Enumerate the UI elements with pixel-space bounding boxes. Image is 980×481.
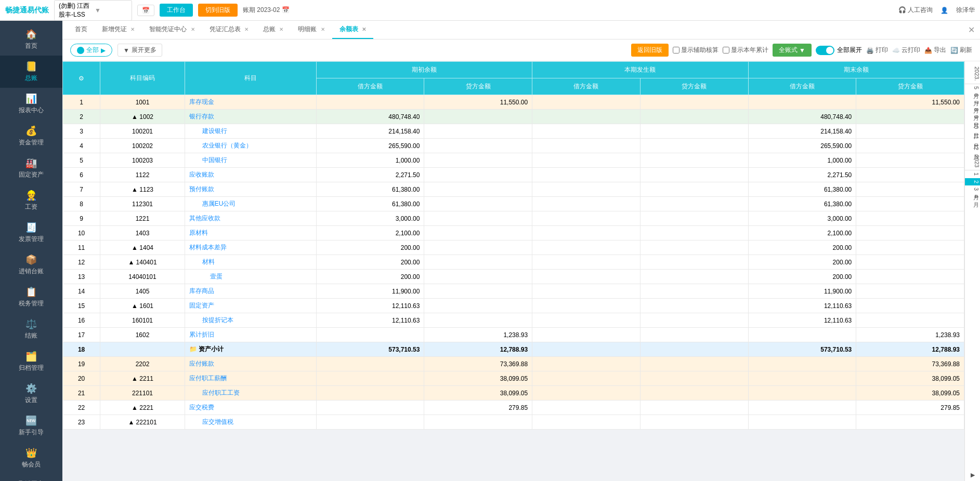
switch-old-btn[interactable]: 切到旧版: [198, 4, 238, 17]
sidebar-item-invoice[interactable]: 🧾 发票管理: [0, 217, 62, 249]
tab-close-general-ledger[interactable]: ✕: [279, 26, 283, 32]
tab-bar-close-btn[interactable]: ✕: [968, 25, 975, 35]
company-selector[interactable]: (勿删) 江西股丰-LSS ▼: [54, 0, 132, 21]
right-panel-month-11[interactable]: 11月: [965, 131, 980, 141]
tab-home[interactable]: 首页: [68, 21, 95, 39]
sidebar-item-ledger[interactable]: 📒 总账: [0, 56, 62, 88]
td-name[interactable]: 库存商品: [185, 284, 316, 299]
sidebar-item-newguide[interactable]: 🆕 新手引导: [0, 410, 62, 442]
calendar-btn[interactable]: 📅: [137, 5, 154, 16]
right-panel-month-9[interactable]: 9月: [965, 113, 980, 121]
sidebar-item-settle[interactable]: ⚖️ 结账: [0, 313, 62, 345]
subject-name-link[interactable]: 其他应收款: [189, 215, 220, 222]
sidebar-item-home[interactable]: 🏠 首页: [0, 23, 62, 56]
td-name[interactable]: 库存现金: [185, 95, 316, 110]
td-name[interactable]: 材料成本差异: [185, 240, 316, 255]
subject-name-link[interactable]: 库存现金: [189, 98, 214, 105]
print-btn[interactable]: 🖨️ 打印: [866, 46, 888, 55]
toggle-switch[interactable]: [816, 46, 834, 55]
tab-new-voucher[interactable]: 新增凭证 ✕: [95, 21, 142, 39]
td-name[interactable]: 应付职工工资: [185, 386, 316, 400]
td-name[interactable]: 应付职工薪酬: [185, 371, 316, 386]
subject-name-link[interactable]: 固定资产: [189, 302, 214, 309]
right-panel-month-2[interactable]: 2月: [965, 178, 980, 185]
right-panel-month-4[interactable]: 4月: [965, 193, 980, 200]
td-name[interactable]: 中国银行: [185, 153, 316, 168]
right-panel-month-3[interactable]: 3月: [965, 185, 980, 193]
right-panel-month-1[interactable]: 1月: [965, 170, 980, 178]
right-panel-month-5[interactable]: 5月: [965, 84, 980, 91]
td-name[interactable]: 累计折旧: [185, 328, 316, 342]
tab-close-smart-voucher[interactable]: ✕: [191, 26, 195, 32]
sidebar-item-settings[interactable]: ⚙️ 设置: [0, 378, 62, 410]
sidebar-item-purchase[interactable]: 📦 进销台账: [0, 249, 62, 281]
show-assist-checkbox[interactable]: 显示辅助核算: [673, 46, 718, 55]
year-checkbox-input[interactable]: [723, 47, 729, 54]
td-name[interactable]: 应收账款: [185, 168, 316, 182]
tab-close-detail-ledger[interactable]: ✕: [321, 26, 325, 32]
table-container[interactable]: ⚙ 科目编码 科目 期初余额 本期发生额 期末余额 借方金额 贷方金额 借方金额: [62, 61, 964, 481]
subject-name-link[interactable]: 壹蛋: [189, 273, 223, 280]
tab-smart-voucher[interactable]: 智能凭证中心 ✕: [142, 21, 202, 39]
sidebar-item-report[interactable]: 📊 报表中心: [0, 88, 62, 120]
subject-name-link[interactable]: 农业银行（黄金）: [189, 142, 252, 149]
subject-name-link[interactable]: 原材料: [189, 229, 208, 236]
right-panel-month-7[interactable]: 7月: [965, 99, 980, 106]
subject-name-link[interactable]: 累计折旧: [189, 331, 214, 338]
refresh-btn[interactable]: 🔄 刷新: [950, 46, 972, 55]
td-name[interactable]: 按提折记本: [185, 313, 316, 328]
sidebar-item-archive[interactable]: 🗂️ 归档管理: [0, 345, 62, 378]
tab-close-balance-sheet[interactable]: ✕: [362, 26, 366, 32]
td-name[interactable]: 银行存款: [185, 110, 316, 124]
unpin-btn[interactable]: 取消固定: [0, 474, 62, 481]
td-name[interactable]: 壹蛋: [185, 270, 316, 284]
subject-name-link[interactable]: 应交税费: [189, 404, 214, 411]
tab-general-ledger[interactable]: 总账 ✕: [256, 21, 291, 39]
consult-label[interactable]: 🎧 人工咨询: [898, 6, 933, 15]
td-name[interactable]: 应交税费: [185, 400, 316, 415]
assist-checkbox-input[interactable]: [673, 47, 680, 54]
subject-name-link[interactable]: 材料: [189, 258, 215, 265]
subject-name-link[interactable]: 银行存款: [189, 113, 214, 120]
subject-name-link[interactable]: 应付职工薪酬: [189, 375, 227, 382]
tab-balance-sheet[interactable]: 余额表 ✕: [332, 21, 373, 39]
sidebar-item-tax[interactable]: 📋 税务管理: [0, 281, 62, 313]
subject-name-link[interactable]: 材料成本差异: [189, 244, 227, 251]
subject-name-link[interactable]: 应付账款: [189, 360, 214, 367]
tab-close-new-voucher[interactable]: ✕: [130, 26, 135, 32]
td-name[interactable]: 惠属EU公司: [185, 197, 316, 211]
cloud-print-btn[interactable]: ☁️ 云打印: [892, 46, 920, 55]
export-btn[interactable]: 📤 导出: [924, 46, 946, 55]
expand-more-btn[interactable]: ▼ 展开更多: [117, 44, 162, 57]
subject-name-link[interactable]: 预付账款: [189, 185, 214, 193]
subject-name-link[interactable]: 库存商品: [189, 287, 214, 295]
tab-voucher-summary[interactable]: 凭证汇总表 ✕: [202, 21, 256, 39]
subject-name-link[interactable]: 应付职工工资: [189, 389, 240, 396]
td-name[interactable]: 预付账款: [185, 182, 316, 197]
td-name[interactable]: 固定资产: [185, 299, 316, 313]
sidebar-item-member[interactable]: 👑 畅会员: [0, 442, 62, 474]
td-name[interactable]: 📁 资产小计: [185, 342, 316, 357]
right-panel-month-12[interactable]: 12月: [965, 142, 980, 152]
td-name[interactable]: 建设银行: [185, 124, 316, 139]
right-panel-collapse-btn[interactable]: ▶: [971, 469, 975, 481]
subject-name-link[interactable]: 建设银行: [189, 127, 227, 135]
td-name[interactable]: 原材料: [185, 226, 316, 240]
td-name[interactable]: 应交增值税: [185, 415, 316, 430]
sidebar-item-capital[interactable]: 💰 资金管理: [0, 120, 62, 152]
format-btn[interactable]: 全账式 ▼: [773, 44, 812, 57]
subject-name-link[interactable]: 应收账款: [189, 171, 214, 178]
td-name[interactable]: 农业银行（黄金）: [185, 139, 316, 153]
show-year-checkbox[interactable]: 显示本年累计: [723, 46, 768, 55]
td-name[interactable]: 应付账款: [185, 357, 316, 371]
filter-all-btn[interactable]: 全部 ▶: [70, 44, 112, 57]
subject-name-link[interactable]: 中国银行: [189, 156, 227, 164]
expand-all-toggle[interactable]: 全部展开: [816, 46, 862, 55]
td-name[interactable]: 材料: [185, 255, 316, 270]
tab-detail-ledger[interactable]: 明细账 ✕: [291, 21, 332, 39]
sidebar-item-fixed[interactable]: 🏭 固定资产: [0, 152, 62, 184]
return-old-btn[interactable]: 返回旧版: [631, 44, 669, 57]
td-name[interactable]: 其他应收款: [185, 211, 316, 226]
right-panel-month-10[interactable]: 10月: [965, 121, 980, 131]
tab-close-voucher-summary[interactable]: ✕: [244, 26, 249, 32]
